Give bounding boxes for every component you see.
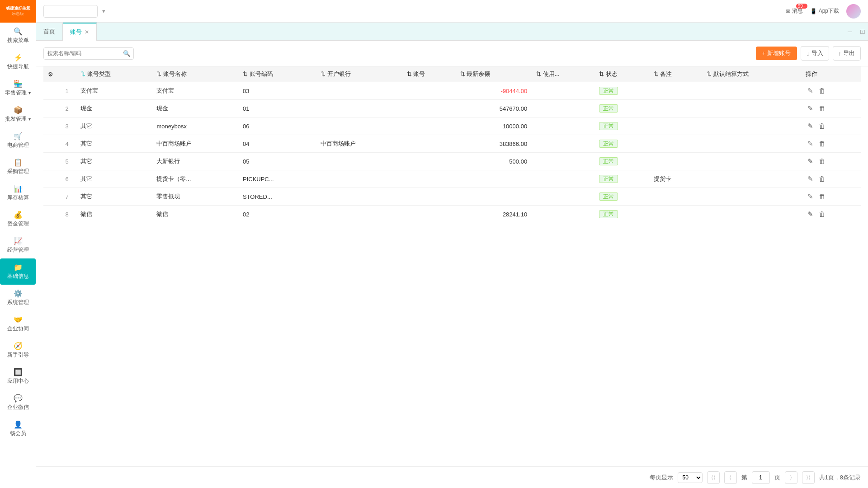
th-action: 操作 xyxy=(801,66,861,82)
search-input[interactable] xyxy=(44,48,120,59)
minimize-icon[interactable]: ─ xyxy=(844,26,855,37)
sort-icon: ⇅ xyxy=(707,70,712,77)
row-bank xyxy=(316,82,402,100)
dropdown-icon[interactable]: ▾ xyxy=(102,8,105,14)
sidebar-item-newbie-guide[interactable]: 🧭 新手引导 xyxy=(0,337,36,363)
edit-button[interactable]: ✎ xyxy=(806,192,815,202)
next-page-button[interactable]: ⟩ xyxy=(785,471,797,484)
tab-close-button[interactable]: ✕ xyxy=(85,29,89,35)
th-code[interactable]: ⇅ 账号编码 xyxy=(238,66,316,82)
sort-icon: ⇅ xyxy=(599,70,604,77)
row-actions: ✎ 🗑 xyxy=(801,170,861,188)
sidebar-item-label: 批发管理 xyxy=(5,116,27,122)
th-status[interactable]: ⇅ 状态 xyxy=(594,66,649,82)
sidebar-item-retail-mgmt[interactable]: 🏪 零售管理 ▾ xyxy=(0,75,36,101)
row-default-settle xyxy=(702,100,801,117)
row-type: 支付宝 xyxy=(76,82,152,100)
sidebar-item-search-menu[interactable]: 🔍 搜索菜单 xyxy=(0,23,36,49)
first-page-button[interactable]: ⟨⟨ xyxy=(707,471,720,484)
row-usage xyxy=(532,135,594,153)
delete-button[interactable]: 🗑 xyxy=(817,209,827,219)
th-default-settle[interactable]: ⇅ 默认结算方式 xyxy=(702,66,801,82)
sidebar-item-wholesale-mgmt[interactable]: 📦 批发管理 ▾ xyxy=(0,101,36,127)
sort-icon: ⇅ xyxy=(80,70,85,77)
tab-home[interactable]: 首页 xyxy=(36,23,63,41)
sidebar-item-system-mgmt[interactable]: ⚙️ 系统管理 xyxy=(0,285,36,311)
delete-button[interactable]: 🗑 xyxy=(817,103,827,113)
th-remark[interactable]: ⇅ 备注 xyxy=(649,66,703,82)
tab-account[interactable]: 账号 ✕ xyxy=(63,23,97,41)
top-search-input[interactable] xyxy=(43,5,98,18)
sidebar-item-enterprise-agreement[interactable]: 🤝 企业协同 xyxy=(0,311,36,337)
sidebar-item-label: 资金管理 xyxy=(7,221,29,227)
search-menu-icon: 🔍 xyxy=(2,27,33,36)
edit-button[interactable]: ✎ xyxy=(806,139,815,149)
sidebar-item-inventory-check[interactable]: 📊 库存核算 xyxy=(0,180,36,206)
row-remark xyxy=(649,82,703,100)
header-right: ✉ 消息 99+ 📱 App下载 xyxy=(786,4,861,19)
th-gear[interactable]: ⚙ xyxy=(43,66,58,82)
message-button[interactable]: ✉ 消息 99+ xyxy=(786,7,803,15)
sidebar-item-basic-info[interactable]: 📁 基础信息 xyxy=(0,258,36,285)
sidebar-item-label: 企业协同 xyxy=(7,325,29,332)
th-type[interactable]: ⇅ 账号类型 xyxy=(76,66,152,82)
export-label: 导出 xyxy=(843,49,855,57)
th-num xyxy=(58,66,76,82)
th-usage[interactable]: ⇅ 使用... xyxy=(532,66,594,82)
edit-button[interactable]: ✎ xyxy=(806,86,815,96)
chevron-down-icon: ▾ xyxy=(28,117,31,122)
th-account[interactable]: ⇅ 账号 xyxy=(402,66,456,82)
edit-button[interactable]: ✎ xyxy=(806,209,815,219)
quick-nav-icon: ⚡ xyxy=(2,53,33,62)
sidebar-item-purchase-mgmt[interactable]: 📋 采购管理 xyxy=(0,154,36,180)
sidebar-item-label: 系统管理 xyxy=(7,299,29,305)
last-page-button[interactable]: ⟩⟩ xyxy=(802,471,815,484)
pagination-bar: 每页显示 50 10 20 100 ⟨⟨ ⟨ 第 页 ⟩ ⟩⟩ 共1页，8条记录 xyxy=(36,466,868,488)
th-name[interactable]: ⇅ 账号名称 xyxy=(152,66,238,82)
row-bank xyxy=(316,188,402,206)
import-button[interactable]: ↓ 导入 xyxy=(801,46,829,61)
app-download-button[interactable]: 📱 App下载 xyxy=(810,7,839,15)
row-type: 其它 xyxy=(76,170,152,188)
user-avatar[interactable] xyxy=(846,4,861,19)
row-balance: -90444.00 xyxy=(456,82,532,100)
row-actions: ✎ 🗑 xyxy=(801,82,861,100)
delete-button[interactable]: 🗑 xyxy=(817,121,827,131)
delete-button[interactable]: 🗑 xyxy=(817,192,827,201)
sidebar-item-enterprise-wechat[interactable]: 💬 企业微信 xyxy=(0,389,36,416)
sidebar-item-operations-mgmt[interactable]: 📈 经营管理 xyxy=(0,232,36,258)
sidebar-item-label: 零售管理 xyxy=(5,89,27,96)
sort-icon: ⇅ xyxy=(156,70,161,77)
search-button[interactable]: 🔍 xyxy=(120,48,133,59)
page-input[interactable] xyxy=(752,471,770,484)
prev-page-button[interactable]: ⟨ xyxy=(724,471,737,484)
add-account-button[interactable]: + 新增账号 xyxy=(756,47,797,60)
sidebar-item-app-center[interactable]: 🔲 应用中心 xyxy=(0,363,36,389)
row-name: 大新银行 xyxy=(152,153,238,170)
export-button[interactable]: ↑ 导出 xyxy=(833,46,861,61)
delete-button[interactable]: 🗑 xyxy=(817,156,827,166)
row-balance xyxy=(456,170,532,188)
delete-button[interactable]: 🗑 xyxy=(817,86,827,95)
row-num: 4 xyxy=(58,135,76,153)
edit-button[interactable]: ✎ xyxy=(806,121,815,131)
tab-home-label: 首页 xyxy=(43,28,55,36)
edit-button[interactable]: ✎ xyxy=(806,174,815,184)
delete-button[interactable]: 🗑 xyxy=(817,174,827,183)
sidebar-item-capital-mgmt[interactable]: 💰 资金管理 xyxy=(0,206,36,232)
edit-button[interactable]: ✎ xyxy=(806,156,815,166)
page-size-select[interactable]: 50 10 20 100 xyxy=(678,472,703,483)
sidebar-item-label: 电商管理 xyxy=(7,142,29,148)
sidebar-item-quick-nav[interactable]: ⚡ 快捷导航 xyxy=(0,49,36,75)
edit-button[interactable]: ✎ xyxy=(806,103,815,113)
row-default-settle xyxy=(702,117,801,135)
th-bank[interactable]: ⇅ 开户银行 xyxy=(316,66,402,82)
th-balance[interactable]: ⇅ 最新余额 xyxy=(456,66,532,82)
delete-button[interactable]: 🗑 xyxy=(817,139,827,148)
row-default-settle xyxy=(702,206,801,223)
sidebar-item-ecommerce-mgmt[interactable]: 🛒 电商管理 xyxy=(0,127,36,154)
sort-icon: ⇅ xyxy=(460,70,465,77)
restore-icon[interactable]: ⊡ xyxy=(857,26,868,37)
sidebar-item-member[interactable]: 👤 畅会员 xyxy=(0,416,36,442)
row-usage xyxy=(532,206,594,223)
